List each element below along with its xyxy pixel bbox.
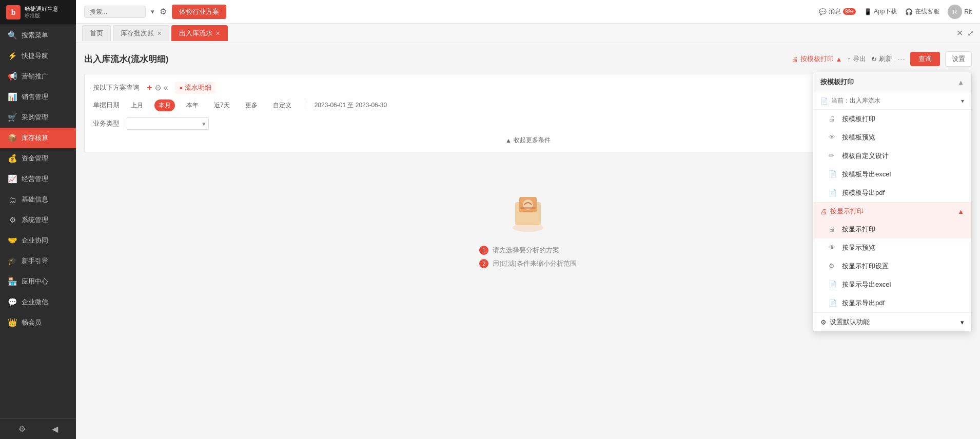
sidebar-item-appstore[interactable]: 🏪 应用中心 [0,271,76,292]
filter-settings-icon[interactable]: ⚙ [154,83,162,93]
tag-icon: ● [179,85,183,91]
disp-print-icon: 🖨 [829,225,837,233]
dropdown-disp-print[interactable]: 🖨 按显示打印 [813,220,971,238]
tab-home[interactable]: 首页 [82,25,111,41]
dropdown-item-customize[interactable]: ✏ 模板自定义设计 [813,147,971,165]
dropdown-disp-preview[interactable]: 👁 按显示预览 [813,238,971,257]
purchase-icon: 🛒 [7,112,17,123]
date-option-more[interactable]: 更多 [241,99,262,111]
date-option-this-year[interactable]: 本年 [182,99,203,111]
dropdown-item-preview[interactable]: 👁 按模板预览 [813,128,971,147]
service-button[interactable]: 🎧 在线客服 [905,7,939,16]
sidebar-label-shortcut: 快捷导航 [22,51,48,61]
dropdown-disp-excel[interactable]: 📄 按显示导出excel [813,275,971,294]
sidebar-item-search[interactable]: 🔍 搜索菜单 [0,25,76,46]
dropdown-disp-pdf[interactable]: 📄 按显示导出pdf [813,294,971,312]
header-left: ▾ ⚙ 体验行业方案 [84,5,226,19]
print-template-button[interactable]: 🖨 按模板打印 ▲ [792,54,842,64]
date-option-7days[interactable]: 近7天 [210,99,234,111]
filter-add-button[interactable]: + [147,83,152,93]
sidebar-item-member[interactable]: 👑 畅会员 [0,312,76,333]
dropdown-item-print[interactable]: 🖨 按模板打印 [813,110,971,128]
biz-type-select[interactable] [127,117,209,130]
header-gear-icon[interactable]: ⚙ [160,7,167,16]
empty-step2-label: 用[过滤]条件来缩小分析范围 [493,257,576,270]
industry-solution-button[interactable]: 体验行业方案 [172,5,226,19]
sidebar-item-wechat[interactable]: 💬 企业微信 [0,292,76,312]
tab-flow-close[interactable]: ✕ [215,30,220,37]
display-section-icon: 🖨 [820,208,827,215]
sidebar-item-marketing[interactable]: 📢 营销推广 [0,66,76,87]
sidebar-label-search: 搜索菜单 [22,31,48,40]
sidebar-item-system[interactable]: ⚙ 系统管理 [0,210,76,230]
toolbar-right: 🖨 按模板打印 ▲ ↑ 导出 ↻ 刷新 ··· 查询 设置 [792,51,972,67]
export-button[interactable]: ↑ 导出 [847,54,866,64]
top-header: ▾ ⚙ 体验行业方案 💬 消息 99+ 📱 App下载 🎧 在线客服 R Rit [76,0,980,24]
dropdown-item-export-excel[interactable]: 📄 按模板导出excel [813,165,971,184]
sidebar-item-shortcut[interactable]: ⚡ 快捷导航 [0,46,76,66]
message-icon: 💬 [819,8,827,15]
template-section: 🖨 按模板打印 👁 按模板预览 ✏ 模板自定义设计 📄 [813,110,971,203]
settings-button[interactable]: 设置 [945,51,972,67]
set-default-chevron-down-icon: ▾ [961,318,964,326]
collapse-sidebar-icon[interactable]: ◀ [52,424,58,434]
refresh-button[interactable]: ↻ 刷新 [871,54,892,64]
current-chevron-down-icon: ▾ [961,97,964,105]
message-button[interactable]: 💬 消息 99+ [819,7,856,16]
sales-icon: 📊 [7,92,17,102]
dropdown-item-export-pdf[interactable]: 📄 按模板导出pdf [813,184,971,202]
app-download-label: App下载 [874,7,897,16]
sidebar-label-inventory: 库存核算 [22,133,48,143]
sidebar: b 畅捷通好生意 标准版 🔍 搜索菜单 ⚡ 快捷导航 📢 营销推广 📊 销售管理… [0,0,76,439]
sidebar-item-finance[interactable]: 💰 资金管理 [0,148,76,169]
user-area[interactable]: R Rit [948,5,972,19]
disp-pdf-icon: 📄 [829,299,837,307]
tab-batch[interactable]: 库存批次账 ✕ [113,25,169,41]
app-download-button[interactable]: 📱 App下载 [864,7,897,16]
filter-tag-active[interactable]: ● 流水明细 [175,82,215,94]
sidebar-item-guide[interactable]: 🎓 新手引导 [0,251,76,271]
refresh-label: 刷新 [879,54,892,64]
tab-flow[interactable]: 出入库流水 ✕ [171,25,228,41]
display-section: 🖨 按显示打印 👁 按显示预览 ⚙ 按显示打印设置 📄 [813,220,971,313]
sidebar-item-operation[interactable]: 📈 经营管理 [0,169,76,189]
sidebar-item-basic[interactable]: 🗂 基础信息 [0,189,76,210]
date-option-custom[interactable]: 自定义 [269,99,296,111]
date-option-last-month[interactable]: 上月 [127,99,147,111]
more-options-icon[interactable]: ··· [897,54,905,65]
sidebar-label-collab: 企业协同 [22,236,48,245]
date-option-this-month[interactable]: 本月 [154,99,175,111]
sidebar-item-purchase[interactable]: 🛒 采购管理 [0,107,76,128]
pdf-icon: 📄 [829,189,837,197]
sidebar-item-inventory[interactable]: 📦 库存核算 [0,128,76,148]
settings-bottom-icon[interactable]: ⚙ [18,424,26,434]
search-dropdown-btn[interactable]: ▾ [151,8,154,15]
top-search-input[interactable] [84,6,146,18]
operation-icon: 📈 [7,174,17,184]
dropdown-chevron-up-icon[interactable]: ▲ [957,78,964,86]
sidebar-item-collab[interactable]: 🤝 企业协同 [0,230,76,251]
tab-expand-btn[interactable]: ⤢ [967,28,974,38]
empty-step-2: 2 用[过滤]条件来缩小分析范围 [479,257,576,270]
sidebar-bottom: ⚙ ◀ [0,418,76,439]
chevron-up-icon: ▲ [836,55,842,63]
empty-step-1: 1 请先选择要分析的方案 [479,244,576,257]
disp-settings-icon: ⚙ [829,262,837,270]
svg-rect-5 [523,211,533,212]
display-section-header[interactable]: 🖨 按显示打印 ▲ [813,203,971,220]
user-avatar: R [948,5,962,19]
filter-expand-icon[interactable]: « [164,83,168,92]
collab-icon: 🤝 [7,235,17,246]
sidebar-label-finance: 资金管理 [22,154,48,163]
dropdown-disp-settings[interactable]: ⚙ 按显示打印设置 [813,257,971,275]
print-template-label: 按模板打印 [800,54,834,64]
tab-batch-close[interactable]: ✕ [157,30,162,37]
printer-icon: 🖨 [792,55,798,63]
set-default-row[interactable]: ⚙ 设置默认功能 ▾ [813,313,971,331]
print-icon: 🖨 [829,115,837,123]
tab-close-all-btn[interactable]: ✕ [956,28,963,38]
sidebar-item-sales[interactable]: 📊 销售管理 [0,87,76,107]
inventory-icon: 📦 [7,133,17,143]
collapse-filter-button[interactable]: ▲ 收起更多条件 [505,136,551,145]
query-button[interactable]: 查询 [910,52,940,66]
